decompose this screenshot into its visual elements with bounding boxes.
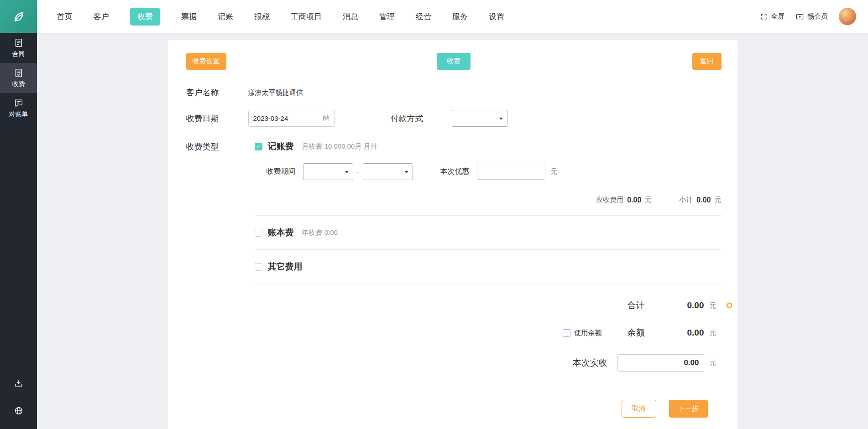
charge-period-label: 收费期间 bbox=[267, 167, 296, 176]
actual-received-unit: 元 bbox=[710, 359, 722, 367]
divider bbox=[255, 249, 722, 250]
globe-icon bbox=[14, 406, 24, 416]
sidebar-item-label: 合同 bbox=[12, 50, 25, 58]
nav-item-tax-filing[interactable]: 报税 bbox=[254, 11, 270, 22]
receivable-unit: 元 bbox=[645, 196, 652, 204]
nav-item-invoices[interactable]: 票据 bbox=[181, 11, 197, 22]
leaf-logo-icon bbox=[10, 8, 27, 25]
sidebar-item-statement[interactable]: 对账单 bbox=[0, 93, 37, 123]
bookkeeping-fee-header: 记账费 月收费 10,000.00月 月付 bbox=[255, 140, 722, 152]
use-balance-toggle[interactable]: 使用余额 bbox=[563, 329, 602, 337]
period-end-select[interactable] bbox=[363, 163, 413, 180]
bookkeeping-fee-name: 记账费 bbox=[268, 140, 294, 152]
nav-item-home[interactable]: 首页 bbox=[57, 11, 73, 22]
back-button[interactable]: 返回 bbox=[692, 53, 722, 70]
bookkeeping-fee-checkbox[interactable] bbox=[255, 143, 262, 150]
statement-bubble-icon bbox=[14, 98, 24, 108]
receivable-value: 0.00 bbox=[627, 196, 641, 204]
receivable-label: 应收费用 bbox=[596, 196, 623, 204]
nav-item-charge[interactable]: 收费 bbox=[130, 8, 160, 26]
ledger-fee-name: 账本费 bbox=[268, 227, 294, 238]
total-unit: 元 bbox=[710, 301, 722, 310]
charge-settings-button[interactable]: 收费设置 bbox=[186, 53, 226, 70]
charge-date-label: 收费日期 bbox=[186, 113, 248, 124]
member-label: 畅会员 bbox=[807, 12, 828, 21]
form-actions: 取消 下一步 bbox=[186, 400, 708, 418]
subtotal-unit: 元 bbox=[715, 196, 722, 204]
sidebar-item-charge[interactable]: 收费 bbox=[0, 63, 37, 93]
customer-name-label: 客户名称 bbox=[186, 87, 248, 98]
fullscreen-button[interactable]: 全屏 bbox=[760, 12, 784, 21]
receivable-row: 应收费用 0.00 元 小计 0.00 元 bbox=[186, 196, 722, 204]
charge-tab-button[interactable]: 收费 bbox=[437, 53, 471, 70]
subtotal-label: 小计 bbox=[679, 196, 693, 204]
ledger-fee-desc: 年收费 0.00 bbox=[302, 228, 338, 237]
discount-unit: 元 bbox=[551, 167, 558, 176]
cancel-button[interactable]: 取消 bbox=[622, 400, 656, 418]
actual-received-row: 本次实收 元 bbox=[186, 354, 722, 372]
nav-item-operations[interactable]: 经营 bbox=[416, 11, 431, 22]
nav-item-messages[interactable]: 消息 bbox=[343, 11, 358, 22]
period-start-select[interactable] bbox=[303, 163, 353, 180]
sidebar-download-button[interactable] bbox=[10, 374, 28, 393]
next-step-button[interactable]: 下一步 bbox=[669, 400, 708, 418]
subtotal-value: 0.00 bbox=[696, 196, 711, 204]
avatar[interactable] bbox=[839, 8, 856, 25]
period-separator: - bbox=[357, 168, 359, 176]
balance-row: 使用余额 余额 0.00 元 bbox=[186, 327, 722, 339]
total-value: 0.00 bbox=[645, 300, 704, 310]
charge-date-row: 收费日期 2023-03-24 付款方式 bbox=[186, 110, 722, 127]
nav-right: 全屏 畅会员 bbox=[760, 8, 868, 25]
contract-document-icon bbox=[14, 38, 24, 48]
main-nav: 首页 客户 收费 票据 记账 报税 工商项目 消息 管理 经营 服务 设置 bbox=[57, 8, 504, 26]
nav-item-bookkeeping[interactable]: 记账 bbox=[218, 11, 233, 22]
actual-received-label: 本次实收 bbox=[573, 357, 607, 369]
fullscreen-icon bbox=[760, 13, 768, 21]
total-row: 合计 0.00 元 bbox=[186, 300, 722, 311]
total-label: 合计 bbox=[627, 300, 645, 311]
actual-received-input[interactable] bbox=[617, 354, 704, 372]
payment-method-label: 付款方式 bbox=[391, 113, 424, 124]
calendar-icon bbox=[322, 114, 330, 122]
nav-item-services[interactable]: 服务 bbox=[452, 11, 468, 22]
charge-type-label: 收费类型 bbox=[186, 140, 248, 152]
sidebar: 合同 收费 对账单 bbox=[0, 33, 37, 429]
payment-method-select[interactable] bbox=[452, 110, 507, 127]
charge-date-value: 2023-03-24 bbox=[253, 114, 288, 122]
divider bbox=[255, 215, 722, 216]
other-fee-checkbox[interactable] bbox=[255, 263, 262, 271]
charge-receipt-icon bbox=[14, 68, 24, 78]
nav-item-business-projects[interactable]: 工商项目 bbox=[291, 11, 322, 22]
charge-date-input[interactable]: 2023-03-24 bbox=[248, 110, 335, 127]
charge-form-card: 收费设置 收费 返回 客户名称 漾濞太平畅捷通信 收费日期 2023-03-24 bbox=[168, 40, 737, 429]
sidebar-item-label: 收费 bbox=[12, 80, 25, 88]
customer-name-row: 客户名称 漾濞太平畅捷通信 bbox=[186, 87, 722, 98]
ledger-fee-checkbox[interactable] bbox=[255, 229, 262, 237]
balance-label: 余额 bbox=[627, 327, 645, 339]
main-content: 收费设置 收费 返回 客户名称 漾濞太平畅捷通信 收费日期 2023-03-24 bbox=[37, 33, 868, 429]
sidebar-bottom bbox=[0, 374, 37, 429]
bookkeeping-fee-desc: 月收费 10,000.00月 月付 bbox=[302, 142, 377, 151]
sidebar-globe-button[interactable] bbox=[10, 402, 28, 420]
sidebar-item-contract[interactable]: 合同 bbox=[0, 33, 37, 63]
download-icon bbox=[14, 378, 24, 388]
card-toolbar: 收费设置 收费 返回 bbox=[186, 53, 722, 70]
app-logo[interactable] bbox=[0, 0, 37, 33]
other-fee-name: 其它费用 bbox=[268, 261, 303, 273]
top-nav: 首页 客户 收费 票据 记账 报税 工商项目 消息 管理 经营 服务 设置 全屏 bbox=[0, 0, 868, 33]
app-root: 首页 客户 收费 票据 记账 报税 工商项目 消息 管理 经营 服务 设置 全屏 bbox=[0, 0, 868, 429]
discount-input[interactable] bbox=[477, 164, 545, 180]
help-coin-icon[interactable] bbox=[727, 303, 732, 309]
member-button[interactable]: 畅会员 bbox=[795, 12, 828, 21]
use-balance-label: 使用余额 bbox=[575, 329, 602, 337]
ledger-fee-row: 账本费 年收费 0.00 bbox=[255, 227, 722, 238]
charge-type-row: 收费类型 记账费 月收费 10,000.00月 月付 收费期间 - bbox=[186, 140, 722, 180]
video-member-icon bbox=[795, 12, 804, 21]
nav-item-management[interactable]: 管理 bbox=[379, 11, 395, 22]
discount-label: 本次优惠 bbox=[440, 167, 470, 176]
balance-unit: 元 bbox=[710, 329, 722, 337]
use-balance-checkbox[interactable] bbox=[563, 329, 570, 337]
customer-name-value: 漾濞太平畅捷通信 bbox=[248, 88, 303, 97]
nav-item-settings[interactable]: 设置 bbox=[489, 11, 504, 22]
nav-item-customers[interactable]: 客户 bbox=[94, 11, 109, 22]
